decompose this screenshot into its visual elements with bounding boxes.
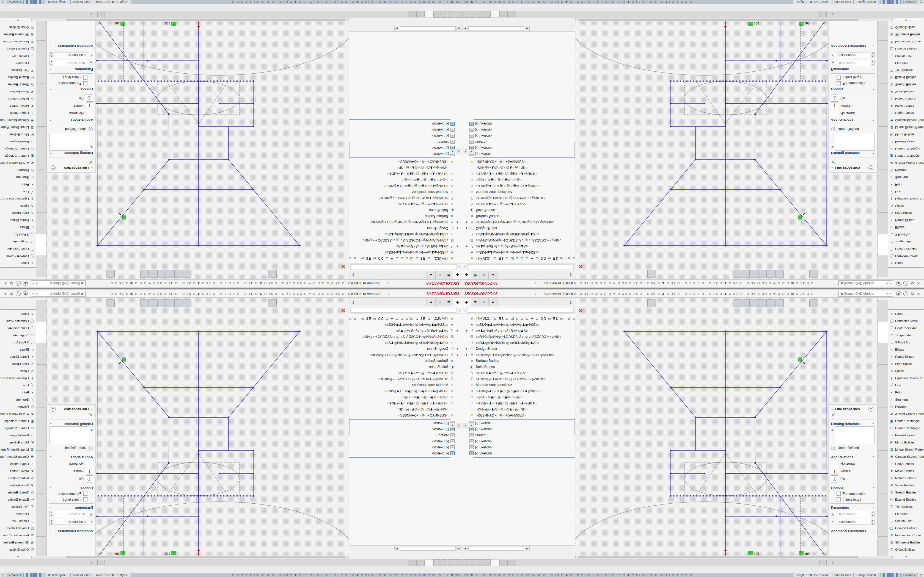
toolbar-icon[interactable] (452, 4, 460, 11)
help-icon[interactable]: ? (16, 281, 21, 286)
sketch-tool-item[interactable]: ◍ Silhouette Entities (888, 31, 924, 38)
sketch-tool-item[interactable]: ≣ Linear Sketch Pattern (0, 124, 36, 131)
tree-item[interactable]: ⟘ ○ИN∘Ƌƨ∘♟◎○ ◎ ○◎♟∘ƨƋ∘NИ○ (349, 406, 462, 412)
tab-nav-button[interactable] (455, 559, 462, 566)
sketch-tool-item[interactable]: ❋ Circular Sketch Pattern (0, 117, 36, 124)
sketch-tool-item[interactable]: ◖ Partial Ellipse (888, 353, 924, 360)
toolbar-icon[interactable] (361, 566, 369, 573)
toolbar-icon[interactable] (656, 270, 664, 277)
toolbar-icon-strip[interactable]: ⊙ ƎƐ ⊙ Ш ⊙ ⊙ ⊙ ✛ ⊙ ϽƆ ⊙ ƎƐ ⊙ ∙ ⊙ ƨƧ ⊙ ♟ … (580, 292, 688, 296)
feature-manager-tab[interactable]: ◆ (462, 298, 471, 306)
command-tab[interactable] (877, 148, 888, 169)
tree-item[interactable]: ▦ (-) Sketch2 (462, 145, 575, 151)
options-header[interactable]: Options ⌃ (47, 485, 95, 491)
sketch-tool-item[interactable]: ⊤ Trim Entities (888, 503, 924, 510)
toolbar-icon[interactable] (242, 270, 251, 277)
toolbar-icon[interactable] (251, 270, 260, 277)
tree-item[interactable]: ✎ ○ƨƧ∙Ʊ✳♟Am○ ◎ ○mA♟✳Ʊ∙Ƨƨ○ (349, 370, 462, 376)
sketch-tool-item[interactable]: ▪ Point (888, 181, 924, 188)
tree-item[interactable]: ◔ ○ƨƧ♟◎ƨƧИNƐƨƧ○ ◎ ○ƨƧƐNИƨƧ◎♟Ƨƨ○ (349, 231, 462, 237)
options-header[interactable]: Options ⌃ (829, 86, 877, 92)
collapse-icon[interactable]: ⌃ (50, 487, 52, 490)
confirm-icon[interactable]: ✔ (47, 158, 95, 165)
sketch-tool-item[interactable]: ◇ Rotate Entities (888, 95, 924, 103)
sketch-tool-item[interactable]: ❖ Move Entities (888, 467, 924, 474)
toolbar-icon[interactable] (98, 270, 106, 277)
toolbar-icon[interactable] (394, 566, 402, 573)
search-input[interactable]: Search CAD Models (38, 281, 80, 285)
tree-item[interactable]: ▦ (-) Sketch4 (462, 444, 575, 450)
tab-nav-button[interactable] (448, 11, 454, 18)
sketch-tool-item[interactable]: ⋈ Mirror Entities (888, 131, 924, 138)
scroll-right-icon[interactable]: ▶ (525, 546, 530, 551)
sketch-tool-item[interactable]: ◞ Sketch Fillet (888, 53, 924, 60)
toolbar-icon[interactable] (242, 300, 251, 307)
scroll-left-icon[interactable]: ◀ (457, 26, 462, 31)
toolbar-icon[interactable] (505, 4, 514, 11)
toolbar-icon[interactable] (419, 566, 427, 573)
search-dropdown-icon[interactable]: ▾ (889, 292, 892, 295)
scrollbar-thumb[interactable] (66, 19, 346, 21)
sketch-tool-item[interactable]: ∿ Spline (888, 203, 924, 210)
sketch-tool-item[interactable]: ≣ Linear Sketch Pattern (888, 124, 924, 131)
toolbar-icon[interactable] (174, 300, 183, 307)
tree-item[interactable]: ◈ Surface Bodies (349, 358, 462, 364)
command-tab[interactable] (877, 62, 888, 84)
angle-stepper[interactable]: ▲▼ (50, 519, 53, 525)
toolbar-icon[interactable] (311, 270, 319, 277)
sketch-tool-item[interactable]: ◇ Rotate Entities (888, 474, 924, 482)
tag-icon[interactable]: ▤ (918, 0, 924, 4)
help-icon[interactable]: ? (903, 291, 908, 296)
collapse-icon[interactable]: ⌃ (872, 118, 874, 121)
sketch-tool-item[interactable]: ◠ Tangent Arc (0, 238, 36, 245)
add-relation-button[interactable]: — Horizontal (47, 110, 95, 117)
toolbar-icon[interactable] (767, 270, 775, 277)
toolbar-icon-strip[interactable]: ⊙ ƎƐ ⊙ Ш ⊙ ⊙ ⊙ ✛ ⊙ ϽƆ ⊙ ƎƐ ⊙ ∙ ⊙ ƨƧ ⊙ ♟ … (236, 282, 344, 285)
tree-root[interactable]: ◆ TЯPDL2. ⊙ ƎƐ ⊙ Ш ⊙ ⊙ ⊙ ✛ ⊙ ϽƆ ⊙ ƎƐ ⊙ ∙… (462, 256, 575, 261)
search-box[interactable]: ◨ Search CAD Models ⚲ ▾ (838, 291, 893, 297)
toolbar-icon[interactable] (489, 566, 497, 573)
sketch-tool-item[interactable]: ∿ Style Spline (888, 210, 924, 217)
toolbar-icon[interactable] (277, 300, 285, 307)
sketch-tool-item[interactable]: ⊑ Offset Entities (0, 546, 36, 553)
graphics-horizontal-scrollbar[interactable] (575, 556, 893, 559)
sketch-tool-item[interactable]: ⊑ Offset Entities (0, 24, 36, 31)
collapse-icon[interactable]: ⌃ (872, 152, 874, 155)
scroll-left-icon[interactable]: ◀ (457, 546, 462, 551)
toolbar-icon[interactable] (285, 300, 294, 307)
command-tab[interactable] (36, 300, 47, 321)
toolbar-icon[interactable] (605, 270, 613, 277)
account-icon[interactable]: ◉ (23, 281, 28, 286)
search-dropdown-icon[interactable]: ▾ (32, 292, 35, 295)
tree-item[interactable]: ▶ ▢ Design Binder (462, 225, 575, 231)
tree-item[interactable]: ◧ Solid Bodies (349, 207, 462, 213)
account-icon[interactable]: ◉ (896, 291, 901, 296)
toolbar-icon[interactable] (716, 300, 724, 307)
toolbar-icon[interactable] (369, 4, 378, 11)
tree-item[interactable]: ▶ A ○ƨƧИN◎∘✛A✛◎ИNA○ ◎ ○ANИ◎✛A✛∘◎NИƧƨ○ (462, 219, 575, 225)
splitter-right-icon[interactable]: ▸ (469, 149, 474, 154)
toolbar-icon[interactable] (336, 270, 345, 277)
toolbar-icon[interactable] (208, 300, 217, 307)
toolbar-icon[interactable] (166, 300, 174, 307)
menu-overflow-icon[interactable]: ⩔ (0, 18, 36, 22)
toolbar-icon[interactable] (514, 566, 522, 573)
sketch-tool-item[interactable]: ▭ Corner Rectangle (0, 145, 36, 153)
menu-overflow-icon[interactable]: ⩔ (0, 555, 36, 559)
close-window-button[interactable]: ✕ (2, 291, 8, 297)
toolbar-icon[interactable] (784, 300, 792, 307)
relation-button-icon[interactable]: ⚓ (831, 475, 838, 482)
command-tab[interactable] (877, 451, 888, 472)
search-input[interactable]: Search CAD Models (844, 292, 886, 296)
collapse-icon[interactable]: ⌃ (872, 422, 874, 425)
chevron-down-icon[interactable]: ⩔ (832, 561, 834, 565)
tab-nav-button[interactable] (433, 559, 440, 566)
toolbar-icon[interactable] (149, 270, 157, 277)
parameters-header[interactable]: Parameters ⌃ (829, 505, 877, 510)
sketch-tool-item[interactable]: ❋ Circular Sketch Pattern (888, 117, 924, 124)
sketch-tool-item[interactable]: ▰ 3 Point Center Recta... (888, 410, 924, 417)
tab-nav-button[interactable] (484, 11, 491, 18)
toolbar-icon[interactable] (277, 270, 285, 277)
chevron-down-icon[interactable]: ⩔ (90, 12, 92, 16)
equal-relation-badge[interactable]: ≡ 109 (748, 551, 759, 556)
